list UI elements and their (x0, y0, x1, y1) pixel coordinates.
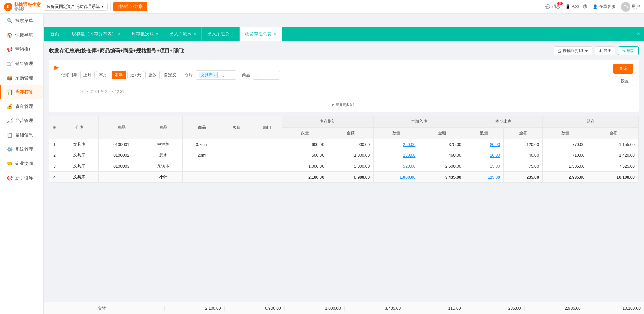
filter-expand-button[interactable]: ▶ (54, 64, 59, 71)
commodity-more[interactable]: ... (256, 72, 262, 78)
tab-in-out-flow[interactable]: 出入库流水 × (164, 27, 202, 41)
warehouse-input[interactable]: 文具库 × ... (196, 70, 236, 80)
enterprise-icon: 🤝 (6, 161, 13, 167)
row2-in-qty-link[interactable]: 230.00 (403, 153, 416, 158)
table-settings-icon[interactable]: ⚙ (53, 125, 56, 130)
print-dropdown-icon: ▼ (584, 49, 589, 53)
date-btn-more[interactable]: 更多 (145, 71, 160, 79)
warehouse-tag-close[interactable]: × (213, 73, 215, 77)
tab-stock-dist[interactable]: 现存量（库存分布表） × (66, 27, 126, 41)
date-btn-this-year[interactable]: 本年 (112, 71, 126, 79)
tab-in-out-summary-close[interactable]: × (231, 32, 234, 36)
system-select[interactable]: 装备及固定资产辅助管理系统 ▼ (44, 3, 108, 11)
row4-out-qty[interactable]: 115.00 (465, 172, 503, 183)
commodity-input[interactable]: ... (253, 71, 280, 80)
row4-name: 小计 (144, 172, 183, 183)
warehouse-more[interactable]: ... (219, 72, 225, 78)
row3-in-qty[interactable]: 520.00 (374, 161, 419, 172)
sidebar-item-system[interactable]: ⚙️ 系统管理 (0, 142, 43, 156)
phone-icon: 📱 (565, 4, 571, 9)
row3-out-qty-link[interactable]: 15.00 (490, 164, 500, 169)
row1-dept (252, 139, 282, 150)
sidebar-item-finance[interactable]: 💰 资金管理 (0, 99, 43, 114)
row2-spec: 20ml (183, 150, 221, 161)
sidebar-item-operations[interactable]: 📈 经营管理 (0, 114, 43, 128)
row1-out-amt: 120.00 (503, 139, 542, 150)
sidebar-item-sales[interactable]: 🛒 销售管理 (0, 56, 43, 71)
sidebar-item-marketing[interactable]: 📢 营销推广 (0, 42, 43, 56)
tab-in-out-summary[interactable]: 出入库汇总 × (202, 27, 240, 41)
tab-in-out-flow-close[interactable]: × (194, 32, 196, 36)
user-item[interactable]: Ea 用户 (621, 2, 640, 12)
total-in-qty: 1,000.00 (284, 306, 344, 311)
row2-out-qty[interactable]: 20.00 (465, 150, 503, 161)
row1-in-qty[interactable]: 250.00 (374, 139, 419, 150)
date-filter-group: 记账日期 上月 本月 本年 近7天 更多 自定义 (61, 71, 179, 79)
sidebar-label-marketing: 营销推广 (15, 46, 33, 52)
divider (110, 3, 111, 11)
row1-out-qty[interactable]: 80.00 (465, 139, 503, 150)
tab-receipt-summary-close[interactable]: × (274, 32, 276, 36)
row4-out-amt: 235.00 (503, 172, 542, 183)
col-in-amt-header: 金额 (419, 128, 465, 139)
trial-button[interactable]: 体验行业方案 (113, 2, 147, 11)
online-service-label: 在线客服 (599, 4, 615, 10)
col-opening-header: 库存期初 (282, 116, 373, 128)
date-btn-7days[interactable]: 近7天 (127, 71, 144, 79)
app-download-item[interactable]: 📱 App下载 (565, 4, 587, 10)
row3-project (221, 161, 252, 172)
sidebar-item-purchase[interactable]: 📦 采购管理 (0, 71, 43, 85)
sidebar-item-quicknav[interactable]: 🏠 快捷导航 (0, 28, 43, 42)
sidebar-label-guide: 新手引导 (15, 175, 33, 181)
date-btn-last-month[interactable]: 上月 (80, 71, 95, 79)
sidebar-label-search: 搜索菜单 (15, 18, 33, 24)
row3-out-qty[interactable]: 15.00 (465, 161, 503, 172)
tab-stock-dist-close[interactable]: × (118, 32, 120, 36)
row2-open-qty: 500.00 (282, 150, 328, 161)
tab-receipt-summary[interactable]: 收发存汇总表 × (240, 27, 282, 41)
sidebar-label-inventory: 库存核算 (15, 89, 33, 95)
row2-in-qty[interactable]: 230.00 (374, 150, 419, 161)
sidebar-item-inventory[interactable]: 📊 库存核算 (0, 85, 43, 99)
row3-in-qty-link[interactable]: 520.00 (403, 164, 416, 169)
total-text: 合计 (98, 305, 106, 311)
sidebar-item-search[interactable]: 🔍 搜索菜单 (0, 14, 43, 28)
col-settings-header[interactable]: ⚙ (49, 116, 60, 139)
expand-more-btn[interactable]: ▼ 展开更多条件 (331, 103, 357, 108)
header-left: 6 畅捷通好生意 标准版 装备及固定资产辅助管理系统 ▼ 体验行业方案 (4, 2, 147, 12)
sidebar-item-basic[interactable]: 📋 基础信息 (0, 128, 43, 142)
tab-receipt-summary-label: 收发存汇总表 (245, 31, 271, 37)
tab-bar-close-all[interactable]: × (637, 31, 640, 37)
row2-out-qty-link[interactable]: 20.00 (490, 153, 500, 158)
row1-in-qty-link[interactable]: 250.00 (403, 142, 416, 147)
refresh-button[interactable]: ↻ 刷新 (618, 46, 639, 55)
row3-code: 0100003 (98, 161, 144, 172)
row4-in-qty[interactable]: 1,000.00 (374, 172, 419, 183)
row1-out-qty-link[interactable]: 80.00 (490, 142, 500, 147)
settings-button[interactable]: 设置 (616, 76, 633, 86)
row1-no: 1 (49, 139, 60, 150)
online-service-item[interactable]: 👤 在线客服 (593, 4, 615, 10)
export-button[interactable]: ⬇ 导出 (595, 46, 615, 55)
date-filter: 上月 本月 本年 近7天 更多 自定义 (80, 71, 179, 79)
row4-out-qty-link[interactable]: 115.00 (488, 175, 500, 180)
tab-home[interactable]: 首页 (44, 27, 66, 41)
basic-icon: 📋 (6, 132, 13, 138)
sidebar-item-enterprise[interactable]: 🤝 企业协同 (0, 156, 43, 171)
message-item[interactable]: 💬 消息 6 (545, 4, 560, 10)
col-code-header: 商品 (98, 116, 144, 139)
tab-batch-ledger-close[interactable]: × (156, 32, 158, 36)
sidebar-label-sales: 销售管理 (15, 61, 33, 67)
row4-project (221, 172, 252, 183)
print-button[interactable]: 🖨 按模板打印 ▼ (554, 46, 592, 55)
tab-batch-ledger[interactable]: 库存批次账 × (126, 27, 164, 41)
date-btn-custom[interactable]: 自定义 (161, 71, 179, 79)
query-button[interactable]: 查询 (613, 64, 633, 74)
sidebar-item-guide[interactable]: 🎯 新手引导 (0, 171, 43, 185)
purchase-icon: 📦 (6, 75, 13, 81)
date-btn-this-month[interactable]: 本月 (96, 71, 110, 79)
row4-in-qty-link[interactable]: 1,000.00 (400, 175, 416, 180)
sidebar-label-enterprise: 企业协同 (15, 161, 33, 167)
row4-warehouse: 文具库 (60, 172, 99, 183)
system-icon: ⚙️ (6, 146, 13, 152)
